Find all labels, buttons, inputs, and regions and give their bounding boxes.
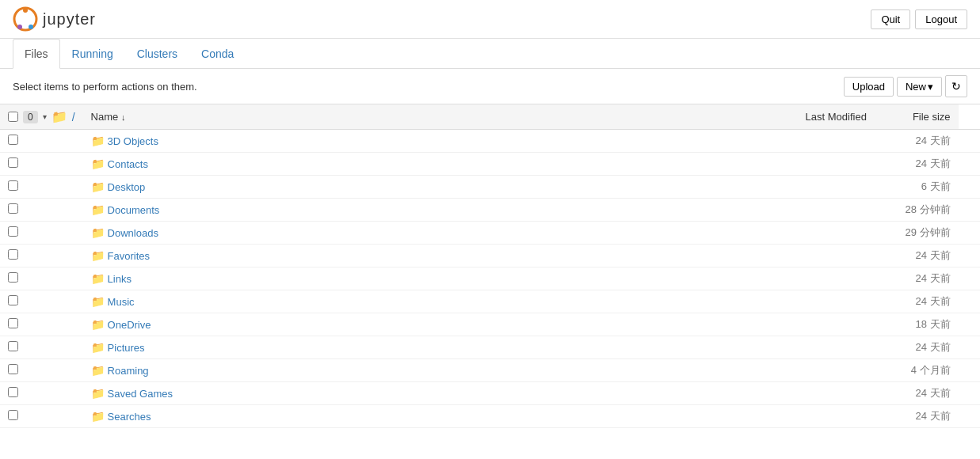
row-checkbox[interactable] bbox=[8, 364, 18, 374]
row-name-cell: 📁Music bbox=[83, 290, 875, 313]
file-link[interactable]: Favorites bbox=[108, 250, 150, 262]
row-checkbox[interactable] bbox=[8, 295, 18, 305]
row-size-cell bbox=[959, 222, 980, 245]
table-row: 📁Saved Games24 天前 bbox=[0, 382, 980, 405]
table-row: 📁Desktop6 天前 bbox=[0, 176, 980, 199]
folder-icon: 📁 bbox=[91, 364, 105, 377]
toolbar-instruction: Select items to perform actions on them. bbox=[13, 81, 197, 93]
row-checkbox[interactable] bbox=[8, 180, 18, 191]
new-dropdown-arrow: ▾ bbox=[928, 81, 933, 93]
table-row: 📁OneDrive18 天前 bbox=[0, 313, 980, 336]
svg-point-1 bbox=[23, 8, 28, 13]
row-checkbox[interactable] bbox=[8, 318, 18, 328]
folder-icon: 📁 bbox=[91, 318, 105, 331]
row-checkbox[interactable] bbox=[8, 410, 18, 420]
table-row: 📁3D Objects24 天前 bbox=[0, 130, 980, 153]
upload-button[interactable]: Upload bbox=[844, 77, 894, 97]
table-row: 📁Searches24 天前 bbox=[0, 405, 980, 428]
row-size-cell bbox=[959, 245, 980, 267]
file-link[interactable]: Music bbox=[108, 296, 135, 308]
logo: jupyter bbox=[13, 6, 96, 32]
select-all-checkbox[interactable] bbox=[8, 112, 18, 122]
row-name-cell: 📁Desktop bbox=[83, 176, 875, 199]
row-checkbox[interactable] bbox=[8, 135, 18, 145]
breadcrumb-content: 0 ▾ 📁 / bbox=[8, 109, 75, 124]
row-modified-cell: 24 天前 bbox=[875, 382, 959, 405]
folder-icon: 📁 bbox=[91, 135, 105, 147]
folder-icon: 📁 bbox=[91, 295, 105, 308]
row-checkbox[interactable] bbox=[8, 341, 18, 351]
tabs: Files Running Clusters Conda bbox=[0, 39, 980, 69]
tab-files[interactable]: Files bbox=[13, 39, 60, 69]
row-size-cell bbox=[959, 267, 980, 290]
row-checkbox-cell bbox=[0, 359, 83, 382]
file-link[interactable]: Desktop bbox=[108, 181, 146, 193]
row-checkbox[interactable] bbox=[8, 226, 18, 237]
table-row: 📁Contacts24 天前 bbox=[0, 153, 980, 176]
row-checkbox[interactable] bbox=[8, 387, 18, 397]
row-size-cell bbox=[959, 199, 980, 222]
file-link[interactable]: Saved Games bbox=[108, 388, 173, 400]
row-name-cell: 📁Documents bbox=[83, 199, 875, 222]
folder-icon: 📁 bbox=[91, 387, 105, 400]
row-modified-cell: 24 天前 bbox=[875, 130, 959, 153]
file-link[interactable]: OneDrive bbox=[108, 319, 151, 331]
breadcrumb-dropdown-arrow[interactable]: ▾ bbox=[43, 112, 47, 121]
refresh-button[interactable]: ↻ bbox=[945, 75, 967, 97]
row-checkbox-cell bbox=[0, 199, 83, 222]
file-link[interactable]: Pictures bbox=[108, 342, 145, 354]
quit-button[interactable]: Quit bbox=[871, 9, 910, 29]
tab-running[interactable]: Running bbox=[60, 39, 125, 69]
breadcrumb-folder-icon: 📁 bbox=[51, 109, 67, 124]
header-checkbox-cell: 0 ▾ 📁 / bbox=[0, 104, 83, 130]
file-link[interactable]: 3D Objects bbox=[108, 135, 158, 147]
file-link[interactable]: Documents bbox=[108, 204, 160, 216]
row-size-cell bbox=[959, 130, 980, 153]
row-size-cell bbox=[959, 359, 980, 382]
row-name-cell: 📁Searches bbox=[83, 405, 875, 428]
row-checkbox-cell bbox=[0, 382, 83, 405]
file-link[interactable]: Contacts bbox=[108, 158, 148, 170]
header-name-label[interactable]: Name ↓ bbox=[91, 111, 126, 123]
row-modified-cell: 24 天前 bbox=[875, 336, 959, 359]
folder-icon: 📁 bbox=[91, 180, 105, 193]
row-modified-cell: 24 天前 bbox=[875, 267, 959, 290]
row-checkbox-cell bbox=[0, 130, 83, 153]
tab-clusters[interactable]: Clusters bbox=[125, 39, 189, 69]
folder-icon: 📁 bbox=[91, 157, 105, 170]
file-link[interactable]: Downloads bbox=[108, 227, 158, 239]
row-checkbox-cell bbox=[0, 336, 83, 359]
row-checkbox-cell bbox=[0, 267, 83, 290]
row-checkbox[interactable] bbox=[8, 249, 18, 260]
sort-arrow: ↓ bbox=[121, 112, 126, 122]
toolbar: Select items to perform actions on them.… bbox=[0, 69, 980, 104]
file-link[interactable]: Links bbox=[108, 273, 132, 285]
jupyter-logo-icon bbox=[13, 6, 38, 32]
folder-icon: 📁 bbox=[91, 203, 105, 216]
folder-icon: 📁 bbox=[91, 249, 105, 262]
row-size-cell bbox=[959, 313, 980, 336]
file-table: 0 ▾ 📁 / Name ↓ Last Modified File size 📁… bbox=[0, 104, 980, 428]
row-modified-cell: 24 天前 bbox=[875, 290, 959, 313]
tab-conda[interactable]: Conda bbox=[189, 39, 246, 69]
table-row: 📁Downloads29 分钟前 bbox=[0, 222, 980, 245]
file-link[interactable]: Roaming bbox=[108, 365, 149, 377]
row-size-cell bbox=[959, 176, 980, 199]
row-checkbox[interactable] bbox=[8, 157, 18, 168]
header-modified[interactable]: Last Modified bbox=[768, 104, 874, 130]
row-modified-cell: 24 天前 bbox=[875, 405, 959, 428]
row-name-cell: 📁Favorites bbox=[83, 245, 875, 267]
row-checkbox-cell bbox=[0, 313, 83, 336]
row-checkbox[interactable] bbox=[8, 203, 18, 214]
file-link[interactable]: Searches bbox=[108, 411, 151, 423]
logout-button[interactable]: Logout bbox=[915, 9, 967, 29]
new-button[interactable]: New ▾ bbox=[897, 77, 942, 97]
row-size-cell bbox=[959, 336, 980, 359]
row-name-cell: 📁OneDrive bbox=[83, 313, 875, 336]
row-name-cell: 📁3D Objects bbox=[83, 130, 875, 153]
header-name: Name ↓ bbox=[83, 104, 769, 130]
row-checkbox[interactable] bbox=[8, 272, 18, 283]
file-list: 📁3D Objects24 天前📁Contacts24 天前📁Desktop6 … bbox=[0, 130, 980, 428]
row-name-cell: 📁Contacts bbox=[83, 153, 875, 176]
header-size[interactable]: File size bbox=[875, 104, 959, 130]
